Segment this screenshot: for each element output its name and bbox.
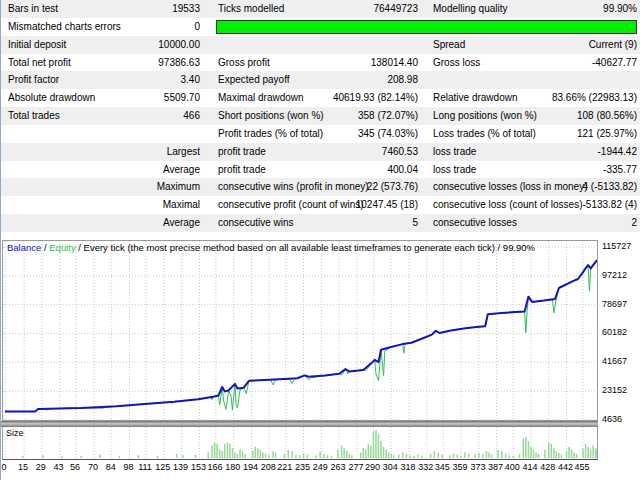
size-bar xyxy=(441,455,443,458)
stat-value: 0 xyxy=(194,18,200,36)
size-bar xyxy=(182,455,184,458)
report-cell-group: Maximum xyxy=(1,178,206,196)
report-row: Absolute drawdown5509.70Maximal drawdown… xyxy=(1,89,640,107)
x-tick-label: 277 xyxy=(348,463,363,472)
size-bar xyxy=(453,454,455,458)
legend-equity-label: Equity xyxy=(49,242,75,253)
size-bar xyxy=(284,454,286,458)
size-bar xyxy=(482,454,484,458)
stat-label: Spread xyxy=(433,36,465,54)
stat-label: loss trade xyxy=(433,143,476,161)
balance-chart-section: Balance / Equity / Every tick (the most … xyxy=(1,233,640,480)
stat-label: Short positions (won %) xyxy=(218,107,324,125)
size-bar xyxy=(464,452,466,458)
size-bar xyxy=(222,451,224,458)
balance-equity-plot: Balance / Equity / Every tick (the most … xyxy=(2,240,598,421)
y-tick-label: 115727 xyxy=(602,242,631,251)
size-bar xyxy=(525,437,527,458)
report-cell-group: Largest xyxy=(1,143,206,161)
stat-label: Relative drawdown xyxy=(433,89,518,107)
size-bar xyxy=(252,451,254,458)
size-bar xyxy=(509,455,511,458)
stat-label: Initial deposit xyxy=(8,36,66,54)
stat-label: Loss trades (% of total) xyxy=(433,125,536,143)
stat-value: 76449723 xyxy=(374,0,419,18)
report-row: Maximalconsecutive profit (count of wins… xyxy=(1,196,640,214)
x-tick-label: 290 xyxy=(365,463,380,472)
report-row: Maximumconsecutive wins (profit in money… xyxy=(1,178,640,196)
stat-label: consecutive wins xyxy=(218,214,294,232)
report-cell-group: Long positions (won %)108 (80.56%) xyxy=(421,107,640,125)
report-cell-group: Absolute drawdown5509.70 xyxy=(1,89,206,107)
x-tick-label: 249 xyxy=(313,463,328,472)
report-cell-group: consecutive wins (profit in money)22 (57… xyxy=(206,178,421,196)
report-cell-group: Total net profit97386.63 xyxy=(1,54,206,72)
size-bar xyxy=(265,454,267,458)
stat-value: -5133.82 (4) xyxy=(583,196,637,214)
size-bar xyxy=(349,454,351,458)
report-cell-group: consecutive losses (loss in money)4 (-51… xyxy=(421,178,640,196)
stat-value: 2 xyxy=(631,214,637,232)
report-cell-group: consecutive wins5 xyxy=(206,214,421,232)
size-bar xyxy=(237,454,239,458)
size-bar xyxy=(497,450,499,458)
size-bar xyxy=(587,447,589,458)
x-tick-label: 345 xyxy=(435,463,450,472)
report-row: Profit factor3.40Expected payoff208.98 xyxy=(1,71,640,89)
size-bar xyxy=(383,447,385,458)
size-bar xyxy=(378,434,380,458)
report-cell-group: Ticks modelled76449723 xyxy=(206,0,421,18)
x-tick-label: 221 xyxy=(277,463,292,472)
stat-value: 208.98 xyxy=(387,71,418,89)
report-cell-group: Total trades466 xyxy=(1,107,206,125)
size-bar xyxy=(582,448,584,458)
report-cell-group: Gross loss-40627.77 xyxy=(421,54,640,72)
size-bar xyxy=(288,450,290,458)
size-bar xyxy=(272,451,274,458)
x-tick-label: 400 xyxy=(505,463,520,472)
stat-label: Maximal drawdown xyxy=(218,89,304,107)
size-bar xyxy=(195,455,197,458)
x-tick-label: 442 xyxy=(558,463,573,472)
stat-value: 19533 xyxy=(172,0,200,18)
size-bar xyxy=(295,455,297,458)
size-bar xyxy=(291,451,293,458)
size-bar xyxy=(596,451,597,458)
size-bar xyxy=(239,450,241,458)
stat-value: 7460.53 xyxy=(382,143,418,161)
stat-label: Absolute drawdown xyxy=(8,89,95,107)
size-bar xyxy=(548,443,550,458)
report-cell-group xyxy=(206,36,421,54)
report-row: Initial deposit10000.00SpreadCurrent (9) xyxy=(1,36,640,54)
stat-value: Maximal xyxy=(163,196,200,214)
size-bar xyxy=(299,455,301,458)
size-bar xyxy=(417,455,419,458)
stat-label: consecutive loss (count of losses) xyxy=(433,196,583,214)
stat-value: 83.66% (22983.13) xyxy=(552,89,637,107)
size-bar xyxy=(501,451,503,458)
stat-label: Bars in test xyxy=(8,0,58,18)
x-tick-label: 194 xyxy=(243,463,258,472)
size-bar xyxy=(229,443,231,458)
size-bar xyxy=(523,438,525,458)
stat-label: Mismatched charts errors xyxy=(8,18,121,36)
size-bar xyxy=(449,455,451,458)
y-tick-label: 97212 xyxy=(602,271,627,280)
y-tick-label: 23152 xyxy=(602,386,627,395)
stat-value: Current (9) xyxy=(589,36,637,54)
size-bar xyxy=(224,444,226,458)
size-bar xyxy=(388,452,390,458)
report-cell-group: profit trade7460.53 xyxy=(206,143,421,161)
size-bar xyxy=(331,456,333,458)
report-cell-group: Profit factor3.40 xyxy=(1,71,206,89)
size-bar xyxy=(363,448,365,458)
x-tick-label: 414 xyxy=(522,463,537,472)
size-bar xyxy=(460,456,462,458)
size-bar xyxy=(307,455,309,458)
report-cell-group: consecutive losses2 xyxy=(421,214,640,232)
report-cell-group xyxy=(1,125,206,143)
stat-label: consecutive wins (profit in money) xyxy=(218,178,369,196)
x-tick-label: 153 xyxy=(191,463,206,472)
x-tick-label: 43 xyxy=(54,463,64,472)
stat-label: Expected payoff xyxy=(218,71,290,89)
